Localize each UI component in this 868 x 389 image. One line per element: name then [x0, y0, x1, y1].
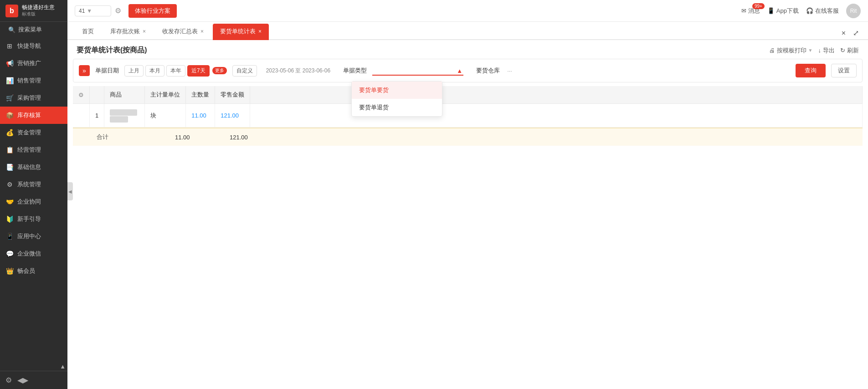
filter-date-range: 2023-05-06 至 2023-06-06 — [266, 67, 330, 75]
sidebar-item-label: 采购管理 — [17, 94, 41, 102]
sidebar-item-system[interactable]: ⚙ 系统管理 — [0, 176, 67, 193]
sidebar-item-marketing[interactable]: 📢 营销推广 — [0, 55, 67, 72]
sidebar-item-appstore[interactable]: 📱 应用中心 — [0, 228, 67, 245]
tab-inventory-batch[interactable]: 库存批次账 × — [103, 24, 153, 39]
filter-more-badge: 更多 — [212, 67, 227, 74]
filter-type-input-wrap: ▲ — [372, 66, 463, 76]
tab-fullscreen-icon[interactable]: ⤢ — [851, 27, 861, 39]
filter-expand-btn[interactable]: » — [79, 65, 90, 76]
sidebar-collapse-area: ▲ — [0, 362, 67, 371]
appstore-icon: 📱 — [5, 232, 14, 241]
filter-query-btn[interactable]: 查询 — [796, 64, 826, 77]
online-service-label: 在线客服 — [815, 7, 839, 15]
sidebar-item-label: 新手引导 — [17, 215, 41, 223]
export-icon: ↓ — [818, 47, 822, 54]
export-label: 导出 — [823, 46, 835, 55]
filter-custom-btn[interactable]: 自定义 — [232, 65, 257, 77]
filter-date-last-month[interactable]: 上月 — [124, 65, 144, 77]
filter-type-input[interactable] — [372, 66, 463, 76]
sidebar: b 畅捷通好生意 标准版 🔍 搜索菜单 ⊞ 快捷导航 📢 营销推广 📊 销售管理… — [0, 0, 67, 389]
sidebar-collapse-btn[interactable]: ▲ — [58, 361, 67, 372]
tabbar: 首页 库存批次账 × 收发存汇总表 × 要货单统计表 × × ⤢ — [67, 22, 868, 40]
table-wrap: ⚙ 商品 主计量单位 主数量 零售金额 1 — [73, 86, 863, 128]
print-expand-icon: ▼ — [808, 48, 813, 53]
filter-date-label: 单据日期 — [95, 67, 119, 75]
filter-date-this-year[interactable]: 本年 — [166, 65, 185, 77]
refresh-action-btn[interactable]: ↻ 刷新 — [840, 46, 859, 55]
goods-placeholder-1 — [110, 109, 137, 116]
export-action-btn[interactable]: ↓ 导出 — [818, 46, 835, 55]
footer-label: 合计 — [78, 133, 169, 141]
app-download-btn[interactable]: 📱 App下载 — [767, 7, 799, 15]
tab-order-summary[interactable]: 要货单统计表 × — [213, 24, 269, 40]
sidebar-item-finance[interactable]: 💰 资金管理 — [0, 124, 67, 141]
sidebar-item-label: 应用中心 — [17, 232, 41, 241]
filter-bar: » 单据日期 上月 本月 本年 近7天 更多 自定义 2023-05-06 至 … — [73, 59, 863, 82]
topbar: 41 ▼ ⚙ 体验行业方案 ✉ 消息 99+ 📱 App下载 🎧 在线客服 Ri… — [67, 0, 868, 22]
filter-date-7days[interactable]: 近7天 — [187, 65, 210, 77]
table-col-index — [90, 86, 104, 104]
tab-receive-summary-label: 收发存汇总表 — [162, 27, 198, 36]
topbar-right: ✉ 消息 99+ 📱 App下载 🎧 在线客服 Rit — [741, 4, 861, 18]
topbar-gear-icon[interactable]: ⚙ — [115, 6, 121, 15]
sidebar-item-operations[interactable]: 📋 经营管理 — [0, 141, 67, 159]
company-selector[interactable]: 41 ▼ — [75, 5, 111, 16]
sidebar-item-member[interactable]: 👑 畅会员 — [0, 262, 67, 280]
footer-quantity: 11.00 — [169, 134, 224, 141]
dropdown-item-order-return[interactable]: 要货单退货 — [352, 99, 442, 116]
tab-inventory-batch-close-icon[interactable]: × — [143, 28, 146, 35]
tab-home-label: 首页 — [82, 27, 94, 36]
print-action-btn[interactable]: 🖨 按模板打印 ▼ — [769, 46, 813, 55]
sidebar-item-newbie[interactable]: 🔰 新手引导 — [0, 210, 67, 228]
newbie-icon: 🔰 — [5, 215, 14, 223]
logo-text: 畅捷通好生意 — [22, 4, 55, 11]
sidebar-toggle-btn[interactable]: ◀ — [67, 182, 73, 200]
tab-expand-buttons: × ⤢ — [840, 27, 861, 39]
refresh-icon: ↻ — [840, 47, 845, 54]
filter-warehouse-more-icon[interactable]: ··· — [507, 67, 512, 74]
sidebar-item-inventory[interactable]: 📦 库存核算 — [0, 107, 67, 124]
table-col-gear[interactable]: ⚙ — [73, 86, 90, 104]
filter-warehouse-label: 要货仓库 — [476, 67, 500, 75]
filter-type-label: 单据类型 — [343, 67, 367, 75]
purchase-icon: 🛒 — [5, 94, 14, 102]
table-row: 1 块 11.00 121.00 — [73, 104, 863, 128]
print-label: 按模板打印 — [777, 46, 806, 55]
company-value: 41 — [79, 8, 85, 14]
sidebar-item-label: 畅会员 — [17, 267, 35, 275]
row-goods — [104, 104, 145, 128]
tab-order-summary-close-icon[interactable]: × — [258, 28, 262, 35]
tab-receive-summary-close-icon[interactable]: × — [200, 28, 204, 35]
app-logo: b 畅捷通好生意 标准版 — [0, 0, 67, 22]
search-menu[interactable]: 🔍 搜索菜单 — [0, 22, 67, 37]
dropdown-item-order-goods[interactable]: 要货单要货 — [352, 82, 442, 99]
trial-btn[interactable]: 体验行业方案 — [128, 4, 177, 18]
sidebar-item-enterprise[interactable]: 🤝 企业协同 — [0, 193, 67, 210]
sidebar-item-purchase[interactable]: 🛒 采购管理 — [0, 89, 67, 107]
enterprise-icon: 🤝 — [5, 198, 14, 206]
sidebar-item-label: 系统管理 — [17, 180, 41, 189]
tab-close-all-icon[interactable]: × — [840, 27, 847, 39]
tab-home[interactable]: 首页 — [75, 24, 101, 39]
row-extra — [250, 104, 863, 128]
sidebar-item-wechat[interactable]: 💬 企业微信 — [0, 245, 67, 262]
sidebar-item-label: 经营管理 — [17, 146, 41, 154]
search-menu-label: 搜索菜单 — [18, 26, 42, 34]
user-avatar[interactable]: Rit — [846, 4, 861, 18]
filter-date-this-month[interactable]: 本月 — [145, 65, 164, 77]
filter-type-arrow-icon[interactable]: ▲ — [457, 67, 462, 74]
sidebar-item-quick-nav[interactable]: ⊞ 快捷导航 — [0, 37, 67, 55]
message-badge: 99+ — [752, 3, 765, 9]
sidebar-item-label: 基础信息 — [17, 163, 41, 171]
data-table: ⚙ 商品 主计量单位 主数量 零售金额 1 — [73, 86, 863, 128]
online-service-btn[interactable]: 🎧 在线客服 — [806, 7, 839, 15]
collapse-icon[interactable]: ◀▶ — [17, 376, 28, 384]
filter-settings-btn[interactable]: 设置 — [831, 64, 857, 77]
sidebar-item-label: 资金管理 — [17, 128, 41, 137]
sidebar-item-sales[interactable]: 📊 销售管理 — [0, 72, 67, 89]
sidebar-item-basic[interactable]: 📑 基础信息 — [0, 159, 67, 176]
tab-receive-summary[interactable]: 收发存汇总表 × — [155, 24, 211, 39]
sidebar-nav: ⊞ 快捷导航 📢 营销推广 📊 销售管理 🛒 采购管理 📦 库存核算 💰 资金管… — [0, 37, 67, 362]
message-btn[interactable]: ✉ 消息 99+ — [741, 7, 760, 15]
settings-icon[interactable]: ⚙ — [5, 376, 12, 384]
